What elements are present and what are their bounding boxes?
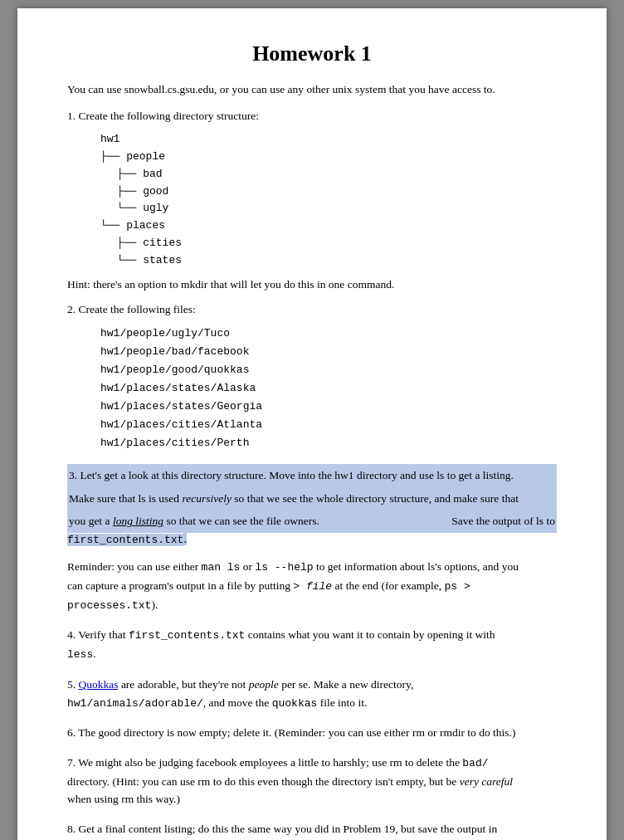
reminder-man: man ls [202,561,241,574]
p3-recursively: recursively [182,492,231,505]
problem-4: 4. Verify that first_contents.txt contai… [67,626,557,664]
p3-line1: 3. Let's get a look at this directory st… [67,464,557,487]
p5-label: 5. [67,678,79,691]
p3-period: . [183,533,187,545]
p5-text3: , and move the [203,696,272,709]
reminder-ls: ls --help [255,561,313,574]
reminder-text5: ). [151,598,158,611]
p1-label: 1. Create the following directory struct… [67,110,557,123]
p5-text2: per se. Make a new directory, [279,678,414,691]
reminder-text1: Reminder: you can use either [67,560,202,573]
reminder: Reminder: you can use either man ls or l… [67,558,557,614]
dir-line-2: ├── bad [100,166,557,183]
p7-verycareful: very careful [460,775,513,788]
p3-text3: so that we see the whole directory struc… [232,492,519,505]
p5-italic: people [249,678,279,691]
dir-line-7: └── states [100,252,557,270]
p3-makesurethat: Make sure that ls is used [69,492,182,505]
p7-text3: when using rm this way.) [67,793,180,805]
dir-line-6: ├── cities [100,235,557,252]
reminder-text3: to get information about ls's options, a… [314,560,519,573]
p1-hint: Hint: there's an option to mkdir that wi… [67,278,557,291]
p4-period: . [93,647,95,660]
problem-7: 7. We might also be judging facebook emp… [67,754,557,808]
file-4: hw1/places/states/Alaska [100,379,557,398]
reminder-text4: at the end (for example, [332,579,444,592]
p3-label: 3. [69,469,77,481]
reminder-gt: > file [293,580,332,593]
reminder-text2: or [240,560,255,573]
p3-line3: you get a long listing so that we can se… [67,510,557,533]
p5-link: Quokkas [79,678,119,691]
p4-label: 4. Verify that [67,628,129,641]
p3-filename-line: first_contents.txt. [67,533,557,546]
dir-tree: hw1 ├── people ├── bad ├── good └── ugly… [100,131,557,269]
dir-line-5: └── places [100,217,557,235]
p3-text1: Let's get a look at this directory struc… [77,469,514,481]
p3-line2: Make sure that ls is used recursively so… [67,487,557,510]
file-7: hw1/places/cities/Perth [100,434,557,452]
p7-bad: bad/ [462,757,488,769]
problem-3: 3. Let's get a look at this directory st… [67,464,557,546]
file-2: hw1/people/bad/facebook [100,343,557,361]
reminder-processes: processes.txt [67,599,151,612]
p7-label: 7. We might also be judging facebook emp… [67,756,462,769]
p2-label: 2. Create the following files: [67,303,557,316]
p3-savetext: Save the output of ls to [451,512,555,530]
p3-long: long listing [113,515,163,527]
p5-text1: are adorable, but they're not [119,678,249,691]
file-1: hw1/people/ugly/Tuco [100,325,557,343]
file-3: hw1/people/good/quokkas [100,361,557,379]
p5-text4: file into it. [317,696,367,709]
file-list: hw1/people/ugly/Tuco hw1/people/bad/face… [100,325,557,453]
dir-root: hw1 [100,131,557,149]
p6-label: 6. The good directory is now empty; dele… [67,726,515,739]
p4-less: less [67,648,93,661]
dir-line-3: ├── good [100,183,557,201]
problem-2: 2. Create the following files: hw1/peopl… [67,303,557,453]
file-6: hw1/places/cities/Atlanta [100,416,557,434]
p7-text2: directory. (Hint: you can use rm to do t… [67,775,460,788]
file-5: hw1/places/states/Georgia [100,398,557,416]
p4-code: first_contents.txt [129,629,245,642]
p4-text2: contains what you want it to contain by … [245,628,495,641]
problem-5: 5. Quokkas are adorable, but they're not… [67,676,557,712]
dir-line-4: └── ugly [100,200,557,217]
reminder-ps: ps > [445,580,470,593]
p8-label: 8. Get a final content listing; do this … [67,823,497,835]
page-wrapper: Homework 1 You can use snowball.cs.gsu.e… [0,0,624,840]
intro-text: You can use snowball.cs.gsu.edu, or you … [67,81,557,98]
main-page: Homework 1 You can use snowball.cs.gsu.e… [17,8,607,840]
reminder-line2: can capture a program's output in a file… [67,579,293,592]
p3-youget: you get a long listing so that we can se… [69,512,319,530]
dir-line-1: ├── people [100,149,557,166]
problem-1: 1. Create the following directory struct… [67,110,557,291]
p3-filename: first_contents.txt [67,534,183,546]
problem-6: 6. The good directory is now empty; dele… [67,724,557,742]
problem-8: 8. Get a final content listing; do this … [67,820,557,840]
p5-code: hw1/animals/adorable/ [67,697,203,710]
p5-quokkas: quokkas [272,697,318,710]
page-title: Homework 1 [67,42,557,66]
